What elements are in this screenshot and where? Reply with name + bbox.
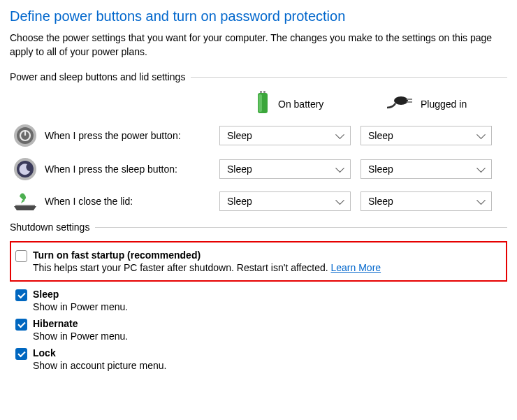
hibernate-desc: Show in Power menu. — [33, 331, 507, 342]
lid-battery-select[interactable]: Sleep — [219, 191, 351, 211]
sleep-button-plugged-select[interactable]: Sleep — [361, 159, 492, 179]
hibernate-checkbox[interactable] — [15, 319, 27, 331]
divider — [191, 77, 507, 78]
sleep-title: Sleep — [33, 289, 507, 300]
fast-startup-highlight: Turn on fast startup (recommended) This … — [10, 241, 507, 282]
row-close-lid-label: When I close the lid: — [41, 196, 219, 207]
learn-more-link[interactable]: Learn More — [331, 262, 381, 273]
group-shutdown-settings: Shutdown settings — [10, 222, 507, 233]
row-power-button: When I press the power button: Sleep Sle… — [10, 124, 507, 147]
row-sleep-button: When I press the sleep button: Sleep Sle… — [10, 157, 507, 181]
sleep-button-icon — [10, 157, 41, 181]
power-button-plugged-select[interactable]: Sleep — [361, 126, 492, 145]
group-power-sleep-lid-label: Power and sleep buttons and lid settings — [10, 71, 185, 82]
svg-rect-6 — [407, 101, 412, 103]
sleep-button-battery-select[interactable]: Sleep — [219, 159, 351, 179]
column-plugged-in: Plugged in — [421, 99, 467, 110]
svg-rect-3 — [258, 94, 262, 112]
power-button-icon — [10, 124, 41, 147]
fast-startup-desc: This helps start your PC faster after sh… — [33, 262, 500, 273]
fast-startup-checkbox[interactable] — [15, 250, 27, 262]
hibernate-title: Hibernate — [33, 318, 507, 329]
plug-icon — [386, 95, 414, 113]
svg-rect-5 — [407, 99, 412, 100]
row-close-lid: When I close the lid: Sleep Sleep — [10, 191, 507, 212]
page-subtitle: Choose the power settings that you want … — [10, 31, 507, 59]
column-on-battery: On battery — [278, 99, 323, 110]
page-title: Define power buttons and turn on passwor… — [10, 8, 507, 24]
divider — [95, 227, 507, 228]
row-power-button-label: When I press the power button: — [41, 130, 219, 141]
lid-plugged-select[interactable]: Sleep — [361, 191, 492, 211]
fast-startup-title: Turn on fast startup (recommended) — [33, 249, 500, 261]
column-headers: On battery Plugged in — [10, 91, 507, 117]
group-power-sleep-lid: Power and sleep buttons and lid settings — [10, 71, 507, 82]
svg-rect-0 — [260, 91, 262, 93]
group-shutdown-settings-label: Shutdown settings — [10, 222, 89, 233]
lock-desc: Show in account picture menu. — [33, 360, 507, 371]
lock-title: Lock — [33, 347, 507, 359]
battery-icon — [254, 91, 271, 117]
svg-point-4 — [394, 96, 408, 105]
sleep-checkbox[interactable] — [15, 289, 27, 301]
sleep-desc: Show in Power menu. — [33, 301, 507, 312]
svg-rect-1 — [263, 91, 265, 93]
row-sleep-button-label: When I press the sleep button: — [41, 164, 219, 175]
power-button-battery-select[interactable]: Sleep — [219, 126, 351, 145]
lid-icon — [10, 191, 41, 212]
lock-checkbox[interactable] — [15, 348, 27, 360]
